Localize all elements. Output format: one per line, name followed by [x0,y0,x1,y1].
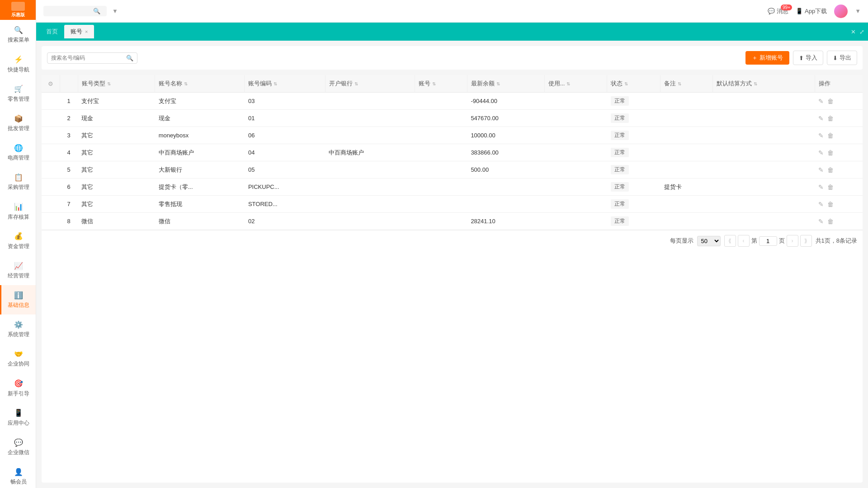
user-menu-arrow-icon[interactable]: ▼ [855,8,861,14]
tab-close-icon[interactable]: × [85,29,88,34]
column-settings-icon[interactable]: ⚙ [48,80,53,87]
status-badge: 正常 [611,96,629,106]
delete-icon[interactable]: 🗑 [827,166,834,174]
import-button[interactable]: ⬆ 导入 [793,51,823,65]
row-type: 其它 [78,161,155,178]
sidebar-item-system-mgmt[interactable]: ⚙️ 系统管理 [0,314,36,344]
last-page-button[interactable]: ⟫ [800,235,812,247]
delete-icon[interactable]: 🗑 [827,132,834,139]
col-settings[interactable]: ⚙ [42,75,60,93]
sort-code-icon[interactable]: ⇅ [274,81,277,86]
sort-remark-icon[interactable]: ⇅ [678,81,681,86]
user-avatar[interactable] [834,5,848,18]
delete-icon[interactable]: 🗑 [827,149,834,156]
sidebar-item-retail-mgmt[interactable]: 🛒 零售管理 [0,79,36,108]
sort-usage-icon[interactable]: ⇅ [566,81,570,86]
status-badge: 正常 [611,182,629,192]
next-page-button[interactable]: › [787,235,798,247]
sidebar-item-search-menu[interactable]: 🔍 搜索菜单 [0,20,36,49]
sidebar-item-ecommerce-mgmt[interactable]: 🌐 电商管理 [0,138,36,167]
inventory-icon: 📊 [14,202,23,212]
row-no: 6 [60,178,78,196]
sidebar-item-finance-mgmt[interactable]: 💰 资金管理 [0,226,36,255]
col-usage[interactable]: 使用... ⇅ [544,75,607,93]
edit-icon[interactable]: ✎ [818,166,824,174]
edit-icon[interactable]: ✎ [818,98,824,105]
first-page-button[interactable]: ⟪ [724,235,736,247]
sort-name-icon[interactable]: ⇅ [184,81,188,86]
close-window-icon[interactable]: ✕ [851,28,856,35]
logo-text: 乐惠版 [11,12,25,18]
sidebar-item-member[interactable]: 👤 畅会员 [0,462,36,488]
tab-account[interactable]: 账号 × [64,25,94,38]
col-type[interactable]: 账号类型 ⇅ [78,75,155,93]
add-account-button[interactable]: ＋ 新增账号 [745,51,789,65]
row-name: moneybosx [155,127,245,144]
col-balance[interactable]: 最新余额 ⇅ [467,75,544,93]
sidebar-item-basic-info[interactable]: ℹ️ 基础信息 [0,285,36,314]
search-input[interactable] [51,55,126,61]
page-size-select[interactable]: 50 100 [697,236,721,246]
sidebar-item-operation-mgmt[interactable]: 📈 经营管理 [0,256,36,285]
sidebar-item-new-guide[interactable]: 🎯 新手引导 [0,373,36,403]
export-button[interactable]: ⬇ 导出 [827,51,857,65]
edit-icon[interactable]: ✎ [818,115,824,122]
page-size-dropdown[interactable]: 50 100 [697,236,721,246]
maximize-window-icon[interactable]: ⤢ [859,28,864,35]
col-settlement[interactable]: 默认结算方式 ⇅ [713,75,815,93]
sidebar-item-app-center[interactable]: 📱 应用中心 [0,403,36,432]
col-code[interactable]: 账号编码 ⇅ [245,75,325,93]
edit-icon[interactable]: ✎ [818,149,824,156]
tab-home[interactable]: 首页 [40,25,64,38]
col-name-label: 账号名称 [159,80,182,88]
col-status[interactable]: 状态 ⇅ [607,75,660,93]
col-name[interactable]: 账号名称 ⇅ [155,75,245,93]
sidebar-item-wholesale-mgmt[interactable]: 📦 批发管理 [0,108,36,138]
row-bank [325,196,415,213]
row-name: 大新银行 [155,161,245,178]
top-search-bar[interactable]: 🔍 [43,6,107,16]
delete-icon[interactable]: 🗑 [827,115,834,122]
col-bank[interactable]: 开户银行 ⇅ [325,75,415,93]
delete-icon[interactable]: 🗑 [827,201,834,208]
sort-account-icon[interactable]: ⇅ [432,81,436,86]
edit-icon[interactable]: ✎ [818,201,824,208]
sidebar-item-enterprise-agreement[interactable]: 🤝 企业协同 [0,344,36,373]
dropdown-arrow-icon[interactable]: ▼ [112,8,118,14]
delete-icon[interactable]: 🗑 [827,183,834,191]
delete-icon[interactable]: 🗑 [827,218,834,225]
prev-page-button[interactable]: ‹ [738,235,750,247]
delete-icon[interactable]: 🗑 [827,98,834,105]
sidebar-item-enterprise-wechat[interactable]: 💬 企业微信 [0,432,36,462]
sort-balance-icon[interactable]: ⇅ [496,81,500,86]
edit-icon[interactable]: ✎ [818,183,824,191]
sidebar-item-inventory[interactable]: 📊 库存核算 [0,197,36,226]
page-number-input[interactable] [759,236,777,246]
row-settlement [713,127,815,144]
row-usage [544,213,607,230]
top-search-input[interactable] [48,8,93,14]
col-account[interactable]: 账号 ⇅ [415,75,467,93]
operation-icon: 📈 [14,261,23,271]
sort-status-icon[interactable]: ⇅ [624,81,628,86]
col-no [60,75,78,93]
edit-icon[interactable]: ✎ [818,218,824,225]
row-action: ✎ 🗑 [815,213,863,230]
sort-bank-icon[interactable]: ⇅ [354,81,358,86]
sidebar-item-purchase-mgmt[interactable]: 📋 采购管理 [0,167,36,197]
top-header: 🔍 ▼ 💬 消息 99+ 📱 App下载 ▼ [36,0,868,23]
search-wrap[interactable]: 🔍 [47,52,137,64]
accounts-table: ⚙ 账号类型 ⇅ 账号名称 ⇅ [42,75,863,230]
col-remark[interactable]: 备注 ⇅ [660,75,713,93]
sort-settlement-icon[interactable]: ⇅ [754,81,757,86]
sort-type-icon[interactable]: ⇅ [107,81,111,86]
status-badge: 正常 [611,148,629,157]
edit-icon[interactable]: ✎ [818,132,824,139]
row-gear [42,178,60,196]
search-icon[interactable]: 🔍 [126,55,133,61]
message-button[interactable]: 💬 消息 99+ [768,7,788,15]
app-download-button[interactable]: 📱 App下载 [796,7,827,15]
sidebar-item-label: 基础信息 [8,301,29,309]
sidebar-item-quick-nav[interactable]: ⚡ 快捷导航 [0,49,36,79]
row-name: 支付宝 [155,93,245,110]
